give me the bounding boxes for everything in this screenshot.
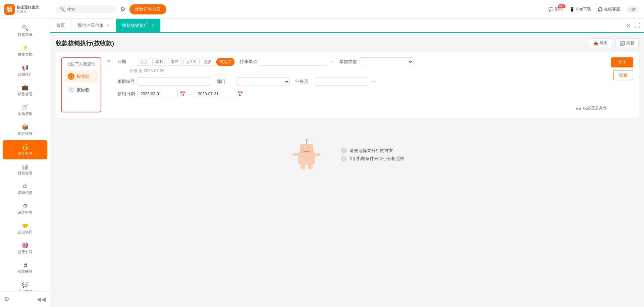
refresh-icon: 🔄 — [620, 41, 625, 46]
bill-type-label: 单据类型 — [339, 59, 357, 65]
search-icon: 🔍 — [22, 25, 29, 31]
filter-row-billno: 单据编号 部门 业务员 — [117, 77, 607, 86]
sidebar-item-finance[interactable]: 💰 资金管理 — [3, 140, 47, 159]
content-area: 收款核销执行(按收款) 📤 导出 🔄 刷新 按以下方案查询 💰 按收款 — [50, 33, 644, 307]
topbar-right: 💬 消息 99+ 📱 App下载 🎧 在线客服 Rit — [548, 6, 639, 13]
tab-prepay[interactable]: 预付冲应付单 × — [71, 19, 116, 32]
date-label: 日期 — [117, 59, 134, 65]
billno-input[interactable] — [138, 78, 211, 86]
bill-type-field: 单据类型 — [339, 57, 413, 66]
tab-prepay-close[interactable]: × — [107, 23, 110, 28]
tab-expand-icon[interactable]: ⛶ — [635, 22, 640, 29]
sidebar-item-management[interactable]: 📊 经营管理 — [3, 160, 47, 179]
settings-bottom-icon[interactable]: ⚙ — [4, 296, 9, 303]
page-actions: 📤 导出 🔄 刷新 — [589, 38, 639, 48]
svg-rect-11 — [308, 164, 313, 169]
date-btn-custom[interactable]: 自定义 — [216, 58, 234, 66]
svg-rect-1 — [300, 144, 313, 153]
tab-collect-close[interactable]: × — [152, 23, 154, 28]
date-btn-thismonth[interactable]: 本月 — [152, 58, 166, 66]
logo: 畅 畅捷通好生意 标准版 — [0, 0, 50, 19]
message-badge: 99+ — [558, 4, 566, 8]
hardware-icon: 🖥 — [22, 262, 28, 268]
filter-collapse-button[interactable]: ≪ — [107, 57, 113, 112]
dept-field: 部门 — [217, 77, 290, 86]
verify-date-start-calendar-icon[interactable]: 📅 — [180, 91, 185, 97]
date-btn-more[interactable]: 更多 — [201, 58, 215, 66]
topbar-gear-icon[interactable]: ⚙ — [120, 6, 125, 13]
partner-input[interactable] — [260, 58, 327, 66]
sidebar-item-system[interactable]: ⚙ 系统管理 — [3, 199, 47, 218]
verify-date-end-calendar-icon[interactable]: 📅 — [237, 91, 243, 97]
verify-date-end-input[interactable] — [195, 90, 235, 98]
online-service-button[interactable]: 🎧 在线客服 — [598, 6, 620, 12]
staff-label: 业务员 — [295, 79, 312, 85]
tab-bar: 首页 预付冲应付单 × 收款核销执行 × ✕ ⛶ — [50, 19, 644, 33]
query-button[interactable]: 查询 — [611, 57, 633, 67]
svg-point-7 — [306, 139, 308, 141]
verify-date-start-input[interactable] — [138, 90, 178, 98]
industry-solution-button[interactable]: 休验行业方案 — [129, 4, 166, 14]
sidebar-item-guide[interactable]: 🎯 新手引导 — [3, 239, 47, 258]
logo-text: 畅捷通好生意 标准版 — [17, 5, 39, 14]
filter-option-by-receivable[interactable]: 🕐 按应收 — [64, 84, 98, 96]
sidebar-item-collab[interactable]: 🤝 企业协同 — [3, 219, 47, 238]
date-field: 日期 上月 本月 本年 近7天 更多 自定义 — [117, 58, 234, 66]
bill-type-select[interactable] — [360, 57, 413, 66]
sidebar: 畅 畅捷通好生意 标准版 🔍 搜索菜单 ⚡ 快捷导航 📢 营销推广 💼 销售管理… — [0, 0, 50, 307]
logo-icon: 畅 — [4, 4, 15, 15]
svg-point-4 — [303, 147, 304, 149]
step-2-text: 用[过滤]条件来缩小分析范围 — [350, 156, 404, 162]
app-download-button[interactable]: 📱 App下载 — [570, 6, 591, 12]
message-button[interactable]: 💬 消息 99+ — [548, 6, 563, 12]
filter-sidebar: 按以下方案查询 💰 按收款 🕐 按应收 — [61, 57, 101, 112]
inventory-icon: 📦 — [22, 124, 29, 130]
staff-dots-icon[interactable]: ··· — [371, 79, 375, 85]
sidebar-item-purchase[interactable]: 🛒 采购管理 — [3, 101, 47, 120]
collapse-more-button[interactable]: ∧∧ 收起更多条件 — [576, 105, 607, 111]
user-profile-button[interactable]: Rit — [627, 6, 639, 13]
step-2-number: 2 — [341, 156, 347, 162]
sidebar-item-quicknav[interactable]: ⚡ 快捷导航 — [3, 41, 47, 60]
collab-icon: 🤝 — [22, 222, 29, 229]
partner-label: 往来单位 — [240, 59, 257, 65]
date-btn-lastmonth[interactable]: 上月 — [137, 58, 151, 66]
quick-nav-icon: ⚡ — [22, 45, 29, 51]
svg-point-5 — [309, 147, 311, 149]
marketing-icon: 📢 — [22, 64, 29, 71]
export-icon: 📤 — [593, 41, 598, 46]
page-title: 收款核销执行(按收款) — [56, 39, 114, 47]
filter-main: 日期 上月 本月 本年 近7天 更多 自定义 — [117, 57, 633, 112]
sidebar-bottom: ⚙ ◀◀ — [0, 291, 50, 307]
filter-option-by-collect[interactable]: 💰 按收款 — [64, 70, 98, 83]
export-button[interactable]: 📤 导出 — [589, 38, 612, 48]
svg-rect-10 — [301, 164, 305, 169]
staff-input[interactable] — [315, 78, 368, 86]
sidebar-item-basicinfo[interactable]: 🗂 基础信息 — [3, 180, 47, 199]
date-btn-7days[interactable]: 近7天 — [183, 58, 200, 66]
refresh-button[interactable]: 🔄 刷新 — [615, 38, 639, 48]
step-1-text: 请先选择要分析的方案 — [350, 148, 393, 154]
sidebar-item-marketing[interactable]: 📢 营销推广 — [3, 61, 47, 80]
sidebar-item-search[interactable]: 🔍 搜索菜单 — [3, 21, 47, 41]
sidebar-item-weixin[interactable]: 💬 企业微信 — [3, 278, 47, 291]
collapse-sidebar-icon[interactable]: ◀◀ — [37, 296, 46, 303]
search-topbar-icon: 🔍 — [60, 7, 65, 12]
partner-dots-icon[interactable]: ··· — [330, 59, 334, 65]
topbar: 🔍 ⚙ 休验行业方案 💬 消息 99+ 📱 App下载 🎧 在线客服 Rit — [50, 0, 644, 19]
filter-settings-button[interactable]: 设置 — [613, 70, 633, 80]
weixin-icon: 💬 — [22, 282, 29, 288]
sidebar-item-sales[interactable]: 💼 销售管理 — [3, 81, 47, 100]
message-icon: 💬 — [548, 7, 553, 12]
search-input[interactable] — [67, 7, 107, 12]
tab-close-all-icon[interactable]: ✕ — [626, 22, 631, 29]
tab-collect[interactable]: 收款核销执行 × — [116, 19, 161, 32]
tab-home[interactable]: 首页 — [50, 19, 71, 32]
date-btn-thisyear[interactable]: 本年 — [168, 58, 182, 66]
date-no-limit-text: 不限 至 2023-07-26 — [129, 68, 164, 73]
sidebar-item-inventory[interactable]: 📦 库存核算 — [3, 120, 47, 140]
double-arrow-left-icon: ≪ — [107, 59, 111, 63]
dept-select[interactable] — [236, 77, 290, 86]
empty-steps: 1 请先选择要分析的方案 2 用[过滤]条件来缩小分析范围 — [341, 148, 404, 162]
sidebar-item-hardware[interactable]: 🖥 智能硬件 — [3, 259, 47, 277]
